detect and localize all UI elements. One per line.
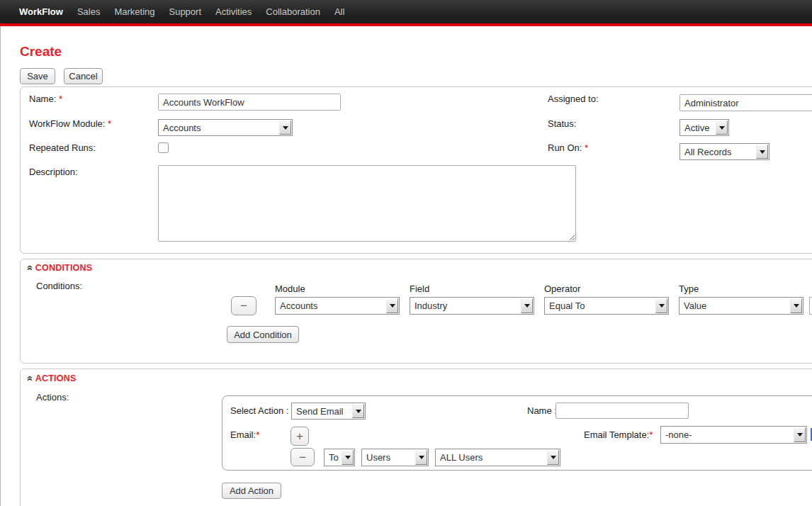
nav-item-activities[interactable]: Activities: [215, 6, 252, 17]
nav-item-sales[interactable]: Sales: [77, 6, 101, 17]
condition-field-label: Field: [410, 283, 429, 294]
email-label: Email:*: [230, 429, 259, 440]
dropdown-arrow-icon: [279, 120, 291, 135]
assigned-to-input[interactable]: [680, 94, 812, 111]
required-asterisk: *: [59, 94, 62, 104]
condition-value-input[interactable]: [809, 297, 812, 315]
run-on-label: Run On: *: [548, 142, 588, 153]
required-asterisk: *: [649, 429, 653, 440]
dropdown-arrow-icon: [655, 298, 667, 313]
add-recipient-row-button[interactable]: +: [291, 427, 309, 446]
actions-section-header[interactable]: « ACTIONS: [28, 373, 76, 383]
dropdown-arrow-icon: [521, 298, 533, 313]
nav-item-all[interactable]: All: [334, 6, 344, 17]
select-action-select[interactable]: Send Email: [291, 403, 366, 420]
condition-field-select[interactable]: Industry: [410, 297, 534, 315]
page-left-border: [0, 26, 1, 506]
nav-item-support[interactable]: Support: [169, 6, 201, 17]
actions-label: Actions:: [36, 392, 69, 403]
condition-operator-select[interactable]: Equal To: [544, 297, 669, 315]
email-template-label: Email Template:*: [584, 429, 653, 440]
dropdown-arrow-icon: [790, 298, 802, 313]
page-title: Create: [20, 44, 62, 60]
save-button[interactable]: Save: [20, 68, 55, 84]
condition-type-select[interactable]: Value: [679, 297, 803, 315]
action-name-input[interactable]: [556, 403, 689, 419]
workflow-module-label: WorkFlow Module: *: [29, 118, 111, 129]
condition-type-label: Type: [679, 283, 699, 294]
dropdown-arrow-icon: [386, 298, 398, 313]
cancel-button[interactable]: Cancel: [64, 68, 103, 84]
status-select[interactable]: Active: [680, 119, 729, 136]
nav-item-marketing[interactable]: Marketing: [114, 6, 154, 17]
remove-condition-button[interactable]: −: [231, 296, 256, 315]
nav-item-workflow[interactable]: WorkFlow: [19, 6, 63, 17]
status-label: Status:: [548, 118, 576, 129]
send-email-action-card: Select Action : Send Email Name : Email:…: [222, 395, 812, 471]
assigned-to-label: Assigned to:: [548, 94, 599, 104]
required-asterisk: *: [585, 142, 588, 153]
repeated-runs-checkbox[interactable]: [158, 142, 169, 153]
recipient-type-select[interactable]: Users: [361, 449, 429, 466]
accent-strip: [0, 23, 812, 26]
name-label: Name: *: [29, 94, 62, 104]
dropdown-arrow-icon: [794, 427, 806, 442]
description-textarea[interactable]: [158, 165, 576, 242]
condition-module-select[interactable]: Accounts: [275, 297, 400, 315]
recipient-value-select[interactable]: ALL Users: [435, 449, 560, 466]
email-template-select[interactable]: -none-: [660, 426, 807, 444]
workflow-create-page: WorkFlow Sales Marketing Support Activit…: [0, 0, 812, 506]
dropdown-arrow-icon: [415, 450, 427, 465]
select-action-label: Select Action :: [230, 405, 288, 416]
required-asterisk: *: [256, 429, 259, 440]
add-action-button[interactable]: Add Action: [222, 483, 281, 499]
condition-module-label: Module: [275, 283, 305, 294]
run-on-select[interactable]: All Records: [680, 143, 769, 160]
conditions-label: Conditions:: [36, 281, 82, 291]
recipient-to-select[interactable]: To: [324, 449, 355, 466]
dropdown-arrow-icon: [756, 145, 768, 159]
dropdown-arrow-icon: [342, 450, 354, 465]
actions-panel: « ACTIONS Actions: Select Action : Send …: [20, 369, 812, 506]
condition-operator-label: Operator: [544, 283, 580, 294]
collapse-chevron-icon: «: [26, 265, 35, 271]
workflow-module-select[interactable]: Accounts: [158, 119, 293, 136]
add-condition-button[interactable]: Add Condition: [227, 326, 299, 343]
basic-info-panel: Name: * WorkFlow Module: * Accounts Repe…: [20, 86, 812, 254]
top-navbar: WorkFlow Sales Marketing Support Activit…: [0, 0, 812, 23]
nav-item-collaboration[interactable]: Collaboration: [266, 6, 320, 17]
description-label: Description:: [29, 167, 78, 177]
dropdown-arrow-icon: [716, 120, 728, 135]
remove-recipient-row-button[interactable]: −: [291, 448, 315, 466]
conditions-panel: « CONDITIONS Conditions: − Module Accoun…: [20, 259, 812, 364]
collapse-chevron-icon: «: [26, 376, 35, 381]
conditions-section-header[interactable]: « CONDITIONS: [28, 263, 92, 273]
workflow-name-input[interactable]: [158, 94, 341, 111]
action-name-label: Name :: [527, 405, 557, 416]
required-asterisk: *: [108, 118, 111, 129]
dropdown-arrow-icon: [352, 404, 364, 418]
dropdown-arrow-icon: [547, 450, 559, 465]
repeated-runs-label: Repeated Runs:: [29, 142, 96, 153]
